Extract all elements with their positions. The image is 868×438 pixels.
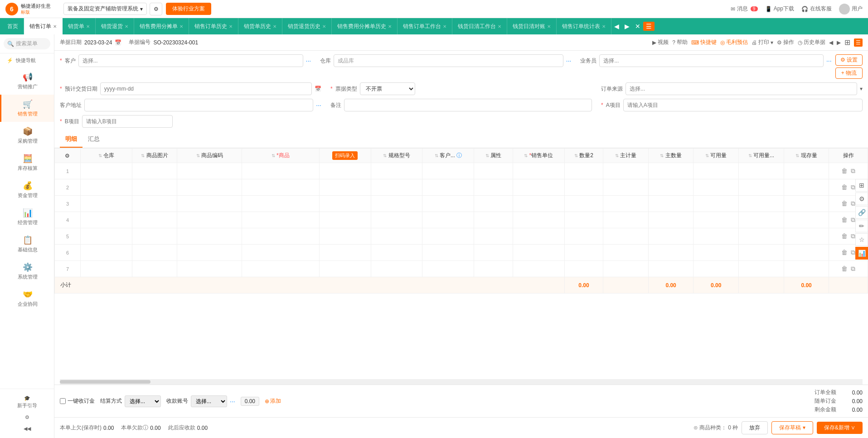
calendar-icon[interactable]: 📅 <box>115 39 121 46</box>
copy-row-btn[interactable]: ⧉ <box>851 167 855 174</box>
customer-more-btn[interactable]: ··· <box>306 57 311 64</box>
order-source-input[interactable] <box>626 82 857 95</box>
profit-action[interactable]: ◎ 毛利预估 <box>720 39 748 46</box>
col-product[interactable]: ⇅ *商品 <box>242 149 319 163</box>
account-select[interactable]: 选择... <box>191 395 227 407</box>
close-icon[interactable]: ✕ <box>229 24 233 29</box>
col-settings[interactable]: ⚙ <box>55 149 81 163</box>
online-service-item[interactable]: 🎧 在线客服 <box>801 5 832 13</box>
copy-row-btn[interactable]: ⧉ <box>851 265 855 272</box>
tab-home[interactable]: 首页 <box>2 18 24 34</box>
print-dropdown-icon[interactable]: ▾ <box>771 39 773 46</box>
sidebar-item-purchase[interactable]: 📦 采购管理 <box>0 122 54 149</box>
tab-summary[interactable]: 汇总 <box>82 131 105 148</box>
float-btn-1[interactable]: ⊞ <box>855 179 868 192</box>
shortcut-action[interactable]: ⌨ 快捷键 <box>691 39 717 46</box>
quick-collect-checkbox[interactable] <box>60 398 66 404</box>
order-source-dropdown-icon[interactable]: ▾ <box>860 86 863 92</box>
operation-action[interactable]: ⚙ 操作 <box>777 39 794 46</box>
delete-row-btn[interactable]: 🗑 <box>841 167 848 174</box>
copy-row-btn[interactable]: ⧉ <box>851 232 855 240</box>
delete-row-btn[interactable]: 🗑 <box>841 249 848 256</box>
close-icon[interactable]: ✕ <box>86 24 90 29</box>
close-icon[interactable]: ✕ <box>125 24 128 29</box>
col-product-code[interactable]: ⇅ 商品编码 <box>177 149 242 163</box>
col-spec[interactable]: ⇅ 规格型号 <box>371 149 422 163</box>
tab-sales-list[interactable]: 销货单 ✕ <box>63 18 96 34</box>
col-qty2[interactable]: ⇅ 数量2 <box>564 149 603 163</box>
sidebar-item-marketing[interactable]: 📢 营销推广 <box>0 67 54 95</box>
sidebar-item-operations[interactable]: 📊 经营管理 <box>0 203 54 231</box>
delete-row-btn[interactable]: 🗑 <box>841 200 848 207</box>
tab-sales-order[interactable]: 销售订单 ✕ <box>24 18 63 34</box>
sidebar-item-sales[interactable]: 🛒 销售管理 <box>0 95 54 122</box>
salesperson-input[interactable] <box>599 54 824 67</box>
user-item[interactable]: 用户 <box>839 4 863 14</box>
tab-fee-history[interactable]: 销售费用分摊单历史 ✕ <box>332 18 398 34</box>
a-project-input[interactable] <box>623 99 863 111</box>
b-project-input[interactable] <box>82 115 173 128</box>
delete-row-btn[interactable]: 🗑 <box>841 216 848 223</box>
float-btn-4[interactable]: ✏ <box>855 220 868 232</box>
tab-order-history[interactable]: 销售订单历史 ✕ <box>189 18 238 34</box>
tab-daily-workspace[interactable]: 钱货日清工作台 ✕ <box>452 18 507 34</box>
sidebar-item-quick-nav[interactable]: ⚡ 快捷导航 <box>0 53 54 67</box>
copy-row-btn[interactable]: ⧉ <box>851 183 855 191</box>
add-material-btn[interactable]: + 物流 <box>835 67 863 79</box>
col-main-unit[interactable]: ⇅ 主计量 <box>603 149 649 163</box>
tab-prev-btn[interactable]: ◀ <box>611 23 622 30</box>
horizontal-scrollbar[interactable] <box>60 379 863 385</box>
tab-sales-history[interactable]: 销货单历史 ✕ <box>238 18 282 34</box>
col-attr[interactable]: ⇅ 属性 <box>474 149 513 163</box>
float-btn-2[interactable]: ⚙ <box>855 193 868 205</box>
close-icon[interactable]: ✕ <box>179 24 183 29</box>
table-scroll-wrap[interactable]: ⚙ ⇅ 仓库 ⇅ 商品图片 ⇅ 商品编码 <box>54 148 868 379</box>
col-available2[interactable]: ⇅ 可用量... <box>739 149 784 163</box>
discard-button[interactable]: 放弃 <box>742 421 768 434</box>
scan-btn[interactable]: 扫码录入 <box>332 151 358 160</box>
close-icon[interactable]: ✕ <box>53 24 57 29</box>
delete-row-btn[interactable]: 🗑 <box>841 183 848 191</box>
salesperson-more-btn[interactable]: ··· <box>826 57 832 64</box>
col-available[interactable]: ⇅ 可用量 <box>693 149 739 163</box>
col-scan[interactable]: 扫码录入 <box>319 149 371 163</box>
tab-menu-btn[interactable]: ☰ <box>643 22 655 31</box>
tab-order-workspace[interactable]: 销售订单工作台 ✕ <box>398 18 452 34</box>
sidebar-settings-btn[interactable]: ⚙ <box>0 412 54 423</box>
sidebar-item-inventory[interactable]: 🧮 库存核算 <box>0 149 54 176</box>
sidebar-item-finance[interactable]: 💰 资金管理 <box>0 176 54 203</box>
close-icon[interactable]: ✕ <box>388 24 392 29</box>
app-download-item[interactable]: 📱 App下载 <box>765 5 794 13</box>
col-customer-code[interactable]: ⇅ 客户... ⓘ <box>422 149 474 163</box>
quick-collect-checkbox-item[interactable]: 一键收订金 <box>60 397 95 405</box>
sidebar-item-collab[interactable]: 🤝 企业协同 <box>0 285 54 312</box>
address-input[interactable] <box>84 99 313 111</box>
nav-next-icon[interactable]: ▶ <box>837 39 841 46</box>
address-more-btn[interactable]: ··· <box>316 101 321 109</box>
tab-sales-fee[interactable]: 销售费用分摊单 ✕ <box>134 18 189 34</box>
sidebar-item-base-info[interactable]: 📋 基础信息 <box>0 231 54 258</box>
solution-button[interactable]: 体验行业方案 <box>166 3 211 15</box>
history-action[interactable]: ◷ 历史单据 <box>798 39 825 46</box>
col-main-qty[interactable]: ⇅ 主数量 <box>648 149 693 163</box>
print-action[interactable]: 🖨 打印 ▾ <box>752 39 773 46</box>
settings-form-btn[interactable]: ⚙ 设置 <box>835 54 863 66</box>
col-product-img[interactable]: ⇅ 商品图片 <box>132 149 177 163</box>
float-btn-5[interactable]: ☆ <box>855 233 868 246</box>
grid-view-icon[interactable]: ⊞ <box>844 38 850 47</box>
col-warehouse[interactable]: ⇅ 仓库 <box>80 149 132 163</box>
save-draft-button[interactable]: 保存草稿 ▾ <box>771 421 813 434</box>
tab-return-history[interactable]: 销货退货历史 ✕ <box>282 18 332 34</box>
tab-statistics[interactable]: 销售订单统计表 ✕ <box>557 18 611 34</box>
scroll-thumb[interactable] <box>60 380 150 384</box>
float-btn-6[interactable]: 📊 <box>855 247 868 260</box>
close-icon[interactable]: ✕ <box>547 24 551 29</box>
view-action[interactable]: ▶ 视频 <box>652 39 669 46</box>
tab-close-all-btn[interactable]: ✕ <box>632 23 643 30</box>
close-icon[interactable]: ✕ <box>273 24 276 29</box>
warehouse-more-btn[interactable]: ··· <box>566 57 572 64</box>
delete-row-btn[interactable]: 🗑 <box>841 232 848 240</box>
close-icon[interactable]: ✕ <box>443 24 446 29</box>
draft-dropdown-icon[interactable]: ▾ <box>803 424 805 431</box>
list-view-icon[interactable]: ☰ <box>854 39 863 47</box>
